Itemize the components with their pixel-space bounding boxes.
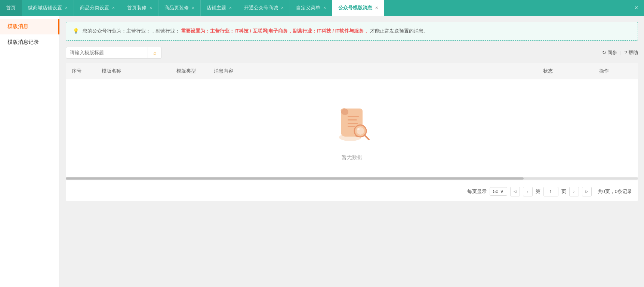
sidebar-item-1[interactable]: 模版消息记录 xyxy=(0,34,59,50)
divider: | xyxy=(620,50,621,55)
th-name: 模版名称 xyxy=(96,63,170,79)
sync-label: 同步 xyxy=(607,49,617,56)
svg-rect-3 xyxy=(348,123,358,124)
search-bar: ⌕ ↻ 同步 | ? 帮助 xyxy=(66,47,638,59)
svg-point-8 xyxy=(357,128,360,130)
sync-button[interactable]: ↻ 同步 xyxy=(602,49,617,56)
tab-label-7: 自定义菜单 xyxy=(296,4,320,11)
last-page-icon: ⊳ xyxy=(585,189,589,194)
first-page-button[interactable]: ⊲ xyxy=(510,187,520,196)
notice-box: 💡 您的公众号行业为：主营行业：，副营行业： 需要设置为：主营行业：IT科技 /… xyxy=(66,22,638,41)
prev-page-button[interactable]: ‹ xyxy=(523,187,533,196)
page-label: 第 xyxy=(536,188,540,195)
next-page-button[interactable]: › xyxy=(569,187,579,196)
notice-prefix: 您的公众号行业为：主营行业：，副营行业： xyxy=(83,28,180,34)
search-icon: ⌕ xyxy=(153,50,156,56)
tab-item-4[interactable]: 商品页装修× xyxy=(158,0,201,16)
sync-icon: ↻ xyxy=(602,50,606,55)
svg-line-7 xyxy=(364,135,369,140)
tab-close-4[interactable]: × xyxy=(192,5,194,10)
content-area: 💡 您的公众号行业为：主营行业：，副营行业： 需要设置为：主营行业：IT科技 /… xyxy=(60,16,644,287)
tab-close-7[interactable]: × xyxy=(323,5,326,10)
tab-label-4: 商品页装修 xyxy=(164,4,189,11)
tab-close-6[interactable]: × xyxy=(281,5,284,10)
notice-suffix: 才能正常发送预置的消息。 xyxy=(370,28,428,34)
total-label: 共0页，0条记录 xyxy=(598,188,632,195)
help-button[interactable]: ? 帮助 xyxy=(625,49,638,56)
th-status: 状态 xyxy=(537,63,593,79)
svg-rect-1 xyxy=(348,116,359,117)
page-number-input[interactable] xyxy=(543,187,558,196)
per-page-select[interactable]: 50 ∨ xyxy=(490,187,507,196)
tab-close-2[interactable]: × xyxy=(112,5,115,10)
tab-label-8: 公众号模版消息 xyxy=(338,4,372,11)
table-header: 序号 模版名称 模版类型 消息内容 状态 操作 xyxy=(66,63,638,79)
help-icon: ? xyxy=(625,50,627,55)
page-unit: 页 xyxy=(561,188,566,195)
empty-state: 暂无数据 xyxy=(66,79,638,176)
last-page-button[interactable]: ⊳ xyxy=(582,187,592,196)
close-all-button[interactable]: × xyxy=(629,4,644,11)
tab-close-8[interactable]: × xyxy=(375,5,378,10)
per-page-value: 50 xyxy=(493,189,498,194)
tab-item-0[interactable]: 首页 xyxy=(0,0,22,16)
tab-item-3[interactable]: 首页装修× xyxy=(121,0,158,16)
first-page-icon: ⊲ xyxy=(513,189,517,194)
main-layout: 模版消息模版消息记录 💡 您的公众号行业为：主营行业：，副营行业： 需要设置为：… xyxy=(0,16,644,287)
search-button[interactable]: ⌕ xyxy=(148,47,161,59)
tab-label-3: 首页装修 xyxy=(127,4,147,11)
search-input[interactable] xyxy=(66,47,148,59)
tab-label-1: 微商城店铺设置 xyxy=(28,4,62,11)
th-type: 模版类型 xyxy=(170,63,208,79)
tab-label-0: 首页 xyxy=(6,4,16,11)
tab-item-5[interactable]: 店铺主题× xyxy=(201,0,238,16)
tab-label-6: 开通公众号商城 xyxy=(244,4,278,11)
tab-item-8[interactable]: 公众号模版消息× xyxy=(332,0,384,16)
notice-icon: 💡 xyxy=(73,28,79,34)
th-index: 序号 xyxy=(66,63,96,79)
tab-close-3[interactable]: × xyxy=(150,5,152,10)
pagination: 每页显示 50 ∨ ⊲ ‹ 第 页 › ⊳ xyxy=(66,182,638,201)
sidebar-item-0[interactable]: 模版消息 xyxy=(0,19,59,34)
tab-close-5[interactable]: × xyxy=(229,5,232,10)
th-action: 操作 xyxy=(593,63,638,79)
sidebar: 模版消息模版消息记录 xyxy=(0,16,60,287)
tab-label-2: 商品分类设置 xyxy=(80,4,109,11)
help-label: 帮助 xyxy=(628,49,638,56)
tab-item-7[interactable]: 自定义菜单× xyxy=(290,0,332,16)
th-content: 消息内容 xyxy=(208,63,537,79)
prev-page-icon: ‹ xyxy=(527,189,529,194)
tab-label-5: 店铺主题 xyxy=(207,4,226,11)
horizontal-scrollbar[interactable] xyxy=(66,177,638,180)
notice-highlight: 需要设置为：主营行业：IT科技 / 互联网|电子商务，副营行业：IT科技 / I… xyxy=(181,28,369,34)
tab-item-1[interactable]: 微商城店铺设置× xyxy=(22,0,74,16)
next-page-icon: › xyxy=(573,189,575,194)
tab-item-6[interactable]: 开通公众号商城× xyxy=(238,0,290,16)
tab-close-1[interactable]: × xyxy=(65,5,68,10)
empty-text: 暂无数据 xyxy=(342,154,363,161)
empty-illustration xyxy=(330,102,375,147)
tab-bar: 首页微商城店铺设置×商品分类设置×首页装修×商品页装修×店铺主题×开通公众号商城… xyxy=(0,0,644,16)
chevron-down-icon: ∨ xyxy=(500,189,504,194)
svg-rect-2 xyxy=(348,119,357,120)
tab-item-2[interactable]: 商品分类设置× xyxy=(74,0,121,16)
per-page-label: 每页显示 xyxy=(467,188,487,195)
table-wrapper: 序号 模版名称 模版类型 消息内容 状态 操作 xyxy=(66,63,638,201)
search-left: ⌕ xyxy=(66,47,161,59)
search-right: ↻ 同步 | ? 帮助 xyxy=(602,49,638,56)
svg-rect-4 xyxy=(348,126,355,127)
